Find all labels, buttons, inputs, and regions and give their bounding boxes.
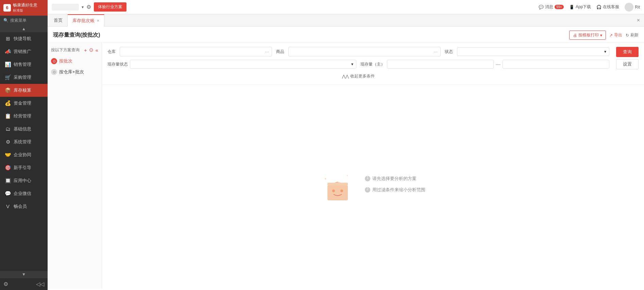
scroll-up-btn[interactable]: ▲ [0, 25, 48, 32]
scheme-by-warehouse-batch-label: 按仓库+批次 [59, 69, 84, 75]
sidebar-label-sales: 销售管理 [14, 61, 31, 68]
refresh-label: 刷新 [630, 32, 639, 38]
tab-inventory-batch[interactable]: 库存批次账 × [68, 14, 104, 26]
warehouse-more-btn[interactable]: ··· [265, 49, 269, 54]
online-service-btn[interactable]: 🎧 在线客服 [596, 4, 619, 10]
sidebar-label-apps: 应用中心 [14, 178, 31, 184]
page-actions: 🖨 按模板打印 ▾ ↗ 导出 ↻ 刷新 [569, 31, 639, 40]
sidebar-search[interactable]: 🔍 搜索菜单 [0, 16, 48, 25]
status-dropdown-icon: ▾ [604, 49, 606, 54]
sidebar-item-shortcut[interactable]: ⊞ 快捷导航 [0, 32, 48, 45]
sidebar-item-enterprise[interactable]: 🤝 企业协同 [0, 148, 48, 161]
sidebar-label-member: 畅会员 [14, 203, 27, 210]
scheme-settings-btn[interactable]: ⊙ [89, 47, 94, 53]
scheme-item-by-warehouse-batch[interactable]: ⊙ 按仓库+批次 [48, 67, 102, 77]
tip-2-text: 用过滤条件来缩小分析范围 [372, 187, 425, 193]
scheme-active-icon: ⊙ [51, 58, 57, 64]
sidebar-item-guide[interactable]: 🎯 新手引导 [0, 161, 48, 174]
sidebar-item-marketing[interactable]: 📣 营销推广 [0, 45, 48, 58]
svg-point-3 [340, 189, 343, 192]
message-icon: 💬 [539, 5, 544, 10]
goods-input[interactable]: ··· [288, 47, 441, 56]
content-area: 仓库 ··· 商品 [102, 43, 644, 289]
app-download-label: App下载 [576, 4, 591, 10]
user-avatar [625, 3, 633, 12]
tab-close-main-icon[interactable]: × [637, 17, 640, 23]
user-name: Rit [635, 5, 640, 10]
sidebar-footer: ⚙ ◁◁ [0, 278, 48, 290]
top-bar-left: ▾ ⚙ 体验行业方案 [52, 2, 535, 12]
svg-rect-1 [327, 183, 348, 185]
sidebar-item-inventory[interactable]: 📦 库存核算 [0, 84, 48, 97]
breadcrumb-input[interactable] [52, 4, 79, 11]
export-btn[interactable]: ↗ 导出 [609, 32, 622, 38]
scheme-collapse-btn[interactable]: « [96, 47, 98, 53]
svg-point-2 [332, 189, 335, 192]
tab-home[interactable]: 首页 [49, 14, 68, 26]
inventory-status-select[interactable]: ▾ [130, 60, 356, 69]
sidebar-label-purchase: 采购管理 [14, 74, 31, 80]
sidebar-item-finance[interactable]: 💰 资金管理 [0, 97, 48, 110]
query-btn[interactable]: 查询 [616, 47, 639, 57]
top-bar-right: 💬 消息 99+ 📱 App下载 🎧 在线客服 Rit [539, 3, 640, 12]
status-select[interactable]: ▾ [457, 47, 609, 56]
body-layout: 按以下方案查询 + ⊙ « ⊙ 按批次 ⊙ 按仓库+批次 [48, 43, 644, 289]
settings-footer-btn[interactable]: ⚙ [3, 281, 8, 287]
top-bar: ▾ ⚙ 体验行业方案 💬 消息 99+ 📱 App下载 🎧 在线客服 Rit [48, 0, 644, 14]
scheme-by-batch-label: 按批次 [59, 58, 72, 64]
collapse-sidebar-btn[interactable]: ◁◁ [36, 281, 44, 287]
page-content: 现存量查询(按批次) 🖨 按模板打印 ▾ ↗ 导出 ↻ 刷新 [48, 26, 644, 290]
brand-info: 畅康通好生意 标准版 [13, 3, 37, 13]
print-label: 按模板打印 [578, 32, 599, 38]
top-bar-gear-icon[interactable]: ⚙ [86, 4, 91, 10]
filter-group-inventory-status: 现存量状态 ▾ [107, 60, 356, 69]
sidebar-icon-sales: 📊 [5, 61, 11, 68]
refresh-btn[interactable]: ↻ 刷新 [626, 32, 639, 38]
sidebar-label-inventory: 库存核算 [14, 87, 31, 93]
warehouse-input[interactable]: ··· [120, 47, 272, 56]
scheme-panel: 按以下方案查询 + ⊙ « ⊙ 按批次 ⊙ 按仓库+批次 [48, 43, 102, 289]
qty-max-input[interactable] [503, 60, 609, 69]
sidebar-item-sales[interactable]: 📊 销售管理 [0, 58, 48, 71]
sidebar-icon-basics: 🗂 [5, 126, 11, 132]
main-content: ▾ ⚙ 体验行业方案 💬 消息 99+ 📱 App下载 🎧 在线客服 Rit [48, 0, 644, 290]
messages-btn[interactable]: 💬 消息 99+ [539, 4, 564, 10]
sidebar-item-purchase[interactable]: 🛒 采购管理 [0, 71, 48, 84]
sidebar-nav: ⊞ 快捷导航 📣 营销推广 📊 销售管理 🛒 采购管理 📦 库存核算 💰 资金管… [0, 32, 48, 271]
goods-more-btn[interactable]: ··· [434, 49, 438, 54]
collapse-more-btn[interactable]: ⋀⋀ 收起更多条件 [107, 72, 609, 80]
sidebar-item-member[interactable]: V 畅会员 [0, 200, 48, 213]
tab-bar: 首页 库存批次账 × × [48, 14, 644, 26]
scheme-item-by-batch[interactable]: ⊙ 按批次 [48, 56, 102, 67]
user-info[interactable]: Rit [625, 3, 640, 12]
sidebar-icon-finance: 💰 [5, 100, 11, 106]
collapse-more-label: 收起更多条件 [350, 73, 375, 79]
experience-btn[interactable]: 体验行业方案 [94, 2, 126, 12]
sidebar-item-apps[interactable]: 🔲 应用中心 [0, 174, 48, 187]
sidebar-label-guide: 新手引导 [14, 165, 31, 171]
tab-close-icon[interactable]: × [97, 18, 99, 23]
sidebar-icon-apps: 🔲 [5, 178, 11, 184]
filter-row-2: 现存量状态 ▾ 现存量（主） — [107, 60, 609, 69]
print-btn[interactable]: 🖨 按模板打印 ▾ [569, 31, 606, 40]
scroll-down-btn[interactable]: ▼ [0, 271, 48, 278]
app-version: 标准版 [13, 8, 37, 13]
breadcrumb-dropdown-icon[interactable]: ▾ [82, 5, 84, 10]
scheme-add-btn[interactable]: + [84, 47, 87, 53]
tip-2: 2 用过滤条件来缩小分析范围 [365, 187, 425, 195]
sidebar-item-operations[interactable]: 📋 经营管理 [0, 110, 48, 123]
settings-btn[interactable]: 设置 [616, 59, 639, 69]
sidebar-item-basics[interactable]: 🗂 基础信息 [0, 123, 48, 135]
qty-min-input[interactable] [387, 60, 494, 69]
sidebar-item-system[interactable]: ⚙ 系统管理 [0, 135, 48, 148]
sidebar-label-basics: 基础信息 [14, 126, 31, 132]
app-download-btn[interactable]: 📱 App下载 [569, 4, 591, 10]
scheme-header-label: 按以下方案查询 [51, 47, 80, 53]
sidebar-label-operations: 经营管理 [14, 113, 31, 119]
sidebar-item-wechat[interactable]: 💬 企业微信 [0, 187, 48, 200]
sidebar-icon-marketing: 📣 [5, 49, 11, 55]
status-label: 状态 [445, 49, 455, 55]
print-dropdown-icon[interactable]: ▾ [600, 33, 602, 38]
sidebar-icon-operations: 📋 [5, 113, 11, 119]
svg-text:✦: ✦ [324, 177, 327, 181]
